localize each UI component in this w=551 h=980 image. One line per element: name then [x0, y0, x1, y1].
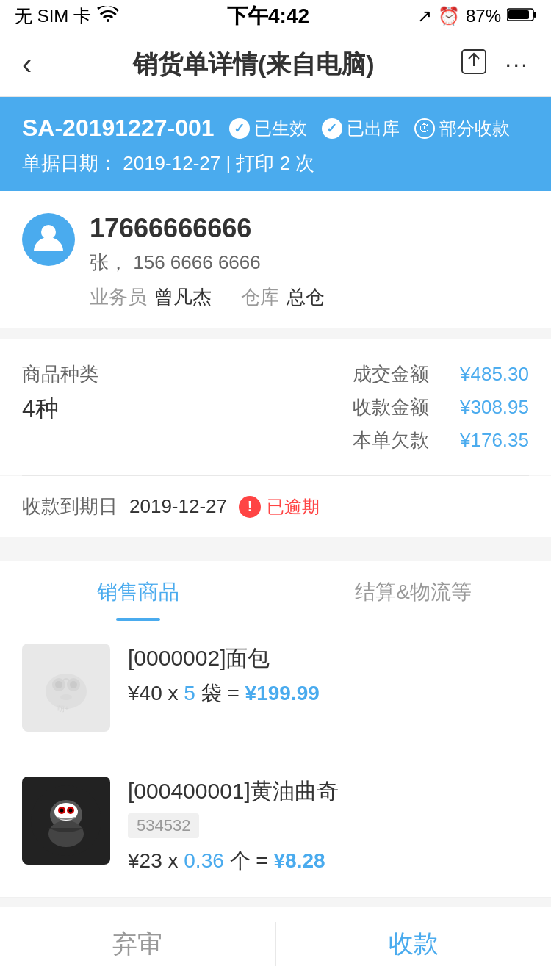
clock-icon: ⏱ [414, 118, 435, 139]
product-info-1: [0000002]面包 ¥40 x 5 袋 = ¥199.99 [128, 644, 529, 707]
customer-section: 17666666666 张， 156 6666 6666 业务员 曾凡杰 仓库 … [0, 191, 551, 328]
due-label: 收款到期日 [22, 494, 118, 519]
nav-bar: ‹ 销货单详情(来自电脑) ··· [0, 32, 551, 97]
confirm-button[interactable]: 收款 [276, 907, 552, 980]
due-date: 2019-12-27 [129, 495, 227, 518]
svg-point-19 [69, 809, 73, 813]
bottom-bar: 弃审 收款 [0, 907, 551, 980]
tab-sales-products[interactable]: 销售商品 [0, 561, 276, 621]
svg-rect-2 [508, 10, 529, 19]
cancel-button[interactable]: 弃审 [0, 907, 276, 980]
product-total-1: ¥199.99 [245, 682, 320, 705]
product-batch-2: 534532 [128, 813, 199, 838]
location-icon: ↗ [417, 6, 432, 26]
product-price-2: ¥23 x 0.36 个 = ¥8.28 [128, 847, 529, 875]
battery-text: 87% [466, 6, 501, 26]
salesperson-label: 业务员 [90, 284, 147, 310]
check-icon-1: ✓ [229, 118, 250, 139]
overdue-badge: ! 已逾期 [239, 495, 320, 519]
product-type-label: 商品种类 [22, 361, 98, 387]
wifi-icon [97, 6, 119, 26]
product-qty-2: 0.36 [184, 849, 224, 872]
product-type-count: 4种 [22, 393, 98, 425]
receipt-label: 收款金额 [353, 394, 429, 420]
overdue-text: 已逾期 [267, 495, 320, 519]
customer-info: 17666666666 张， 156 6666 6666 业务员 曾凡杰 仓库 … [90, 213, 529, 310]
receipt-amount-row: 收款金额 ¥308.95 [353, 394, 529, 420]
customer-meta: 业务员 曾凡杰 仓库 总仓 [90, 284, 529, 310]
avatar [22, 213, 75, 266]
product-type-section: 商品种类 4种 [22, 361, 98, 425]
status-left: 无 SIM 卡 [15, 4, 119, 28]
products-section: 萌+ [0000002]面包 ¥40 x 5 袋 = ¥199.99 [0, 621, 551, 898]
debt-label: 本单欠款 [353, 428, 429, 453]
overdue-icon: ! [239, 496, 261, 518]
debt-value: ¥176.35 [441, 429, 529, 452]
divider-2 [0, 537, 551, 549]
debt-amount-row: 本单欠款 ¥176.35 [353, 428, 529, 453]
deal-amount-row: 成交金额 ¥485.30 [353, 361, 529, 387]
svg-point-9 [55, 681, 62, 688]
svg-rect-1 [533, 12, 536, 18]
product-info-2: [000400001]黄油曲奇 534532 ¥23 x 0.36 个 = ¥8… [128, 777, 529, 875]
warehouse-value: 总仓 [287, 284, 325, 310]
order-header: SA-20191227-001 ✓ 已生效 ✓ 已出库 ⏱ 部分收款 单据日期：… [0, 97, 551, 191]
tab-settlement[interactable]: 结算&物流等 [276, 561, 551, 621]
order-id: SA-20191227-001 [22, 115, 215, 142]
status-shipped: ✓ 已出库 [322, 117, 400, 140]
product-item: 萌+ [0000002]面包 ¥40 x 5 袋 = ¥199.99 [0, 621, 551, 754]
status-partial: ⏱ 部分收款 [414, 117, 510, 140]
customer-id: 17666666666 [90, 213, 529, 244]
due-section: 收款到期日 2019-12-27 ! 已逾期 [0, 476, 551, 537]
share-icon[interactable] [461, 48, 487, 81]
product-qty-1: 5 [184, 682, 195, 705]
check-icon-2: ✓ [322, 118, 342, 139]
customer-name-phone: 张， 156 6666 6666 [90, 250, 529, 275]
product-price-1: ¥40 x 5 袋 = ¥199.99 [128, 680, 529, 707]
svg-point-20 [48, 821, 84, 847]
receipt-value: ¥308.95 [441, 396, 529, 419]
svg-point-11 [60, 694, 72, 700]
amount-summary: 成交金额 ¥485.30 收款金额 ¥308.95 本单欠款 ¥176.35 [353, 361, 529, 453]
warehouse-label: 仓库 [241, 284, 279, 310]
product-total-2: ¥8.28 [273, 849, 325, 872]
svg-point-18 [60, 809, 64, 813]
divider-1 [0, 328, 551, 339]
product-name-2: [000400001]黄油曲奇 [128, 777, 529, 807]
alarm-icon: ⏰ [438, 6, 460, 26]
product-thumbnail-2 [22, 777, 110, 865]
warehouse-item: 仓库 总仓 [241, 284, 325, 310]
svg-point-10 [70, 681, 77, 688]
back-button[interactable]: ‹ [22, 48, 46, 81]
status-right: ↗ ⏰ 87% [417, 6, 536, 26]
salesperson-value: 曾凡杰 [154, 284, 212, 310]
salesperson-item: 业务员 曾凡杰 [90, 284, 212, 310]
product-item: [000400001]黄油曲奇 534532 ¥23 x 0.36 个 = ¥8… [0, 754, 551, 898]
summary-section: 商品种类 4种 成交金额 ¥485.30 收款金额 ¥308.95 本单欠款 ¥… [0, 339, 551, 475]
deal-label: 成交金额 [353, 361, 429, 387]
thumb-placeholder-1: 萌+ [22, 644, 110, 732]
order-status-row: SA-20191227-001 ✓ 已生效 ✓ 已出库 ⏱ 部分收款 [22, 115, 529, 142]
more-icon[interactable]: ··· [505, 51, 529, 78]
carrier-text: 无 SIM 卡 [15, 4, 91, 28]
deal-value: ¥485.30 [441, 363, 529, 386]
order-date-row: 单据日期： 2019-12-27 | 打印 2 次 [22, 151, 529, 176]
person-icon [32, 220, 65, 259]
tabs-section: 销售商品 结算&物流等 [0, 561, 551, 621]
product-thumbnail-1: 萌+ [22, 644, 110, 732]
svg-text:萌+: 萌+ [57, 705, 69, 713]
status-time: 下午4:42 [227, 2, 309, 30]
nav-actions: ··· [461, 48, 529, 81]
status-effective: ✓ 已生效 [229, 117, 307, 140]
battery-icon [507, 6, 536, 26]
status-bar: 无 SIM 卡 下午4:42 ↗ ⏰ 87% [0, 0, 551, 32]
product-name-1: [0000002]面包 [128, 644, 529, 674]
page-title: 销货单详情(来自电脑) [46, 48, 461, 82]
